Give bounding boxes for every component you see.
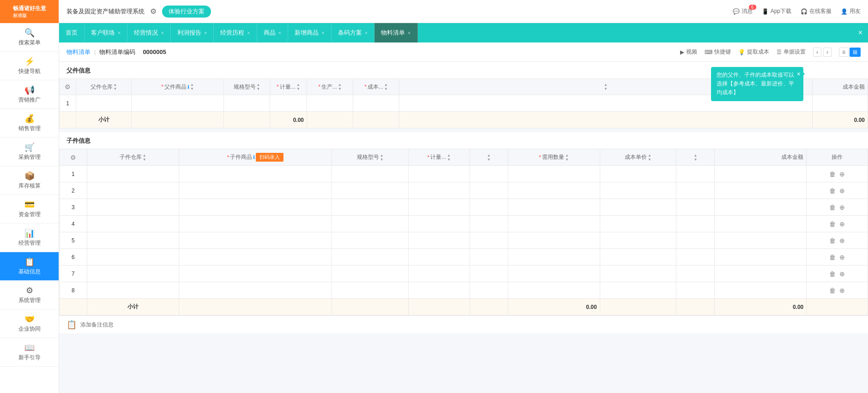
child-row8-warehouse[interactable] bbox=[87, 282, 179, 299]
app-download-item[interactable]: 📱 App下载 bbox=[762, 7, 791, 15]
th-child-qty[interactable]: *需用数量▲▼ bbox=[508, 149, 600, 166]
child-row2-qty[interactable] bbox=[508, 182, 600, 199]
tab-bom[interactable]: 物料清单 × bbox=[374, 23, 417, 42]
child-row7-spec[interactable] bbox=[332, 266, 409, 282]
th-parent-cost[interactable]: *成本...▲▼ bbox=[353, 79, 399, 95]
nav-next[interactable]: › bbox=[823, 48, 832, 57]
child-row2-warehouse[interactable] bbox=[87, 182, 179, 199]
child-row3-unit[interactable] bbox=[409, 199, 470, 216]
delete-icon-6[interactable]: 🗑 bbox=[829, 254, 836, 261]
child-row8-product[interactable] bbox=[179, 282, 332, 299]
child-row8-qty[interactable] bbox=[508, 282, 600, 299]
child-row2-spec[interactable] bbox=[332, 182, 409, 199]
tab-newgoods-close[interactable]: × bbox=[321, 30, 324, 36]
tab-profit[interactable]: 利润报告 × bbox=[171, 23, 214, 42]
th-parent-unit[interactable]: *计量...▲▼ bbox=[270, 79, 307, 95]
sidebar-item-marketing[interactable]: 📢 营销推广 bbox=[0, 80, 59, 109]
online-service-item[interactable]: 🎧 在线客服 bbox=[801, 7, 832, 15]
child-row8-unitprice[interactable] bbox=[600, 282, 676, 299]
sidebar-item-purchase[interactable]: 🛒 采购管理 bbox=[0, 138, 59, 166]
child-row5-warehouse[interactable] bbox=[87, 232, 179, 249]
child-row3-product[interactable] bbox=[179, 199, 332, 216]
child-row4-qty[interactable] bbox=[508, 216, 600, 232]
child-row3-qty[interactable] bbox=[508, 199, 600, 216]
message-item[interactable]: 💬 消息 6 bbox=[733, 7, 753, 15]
th-child-unitprice[interactable]: 成本单价▲▼ bbox=[600, 149, 676, 166]
child-row1-unitprice[interactable] bbox=[600, 166, 676, 182]
nav-prev[interactable]: ‹ bbox=[813, 48, 821, 57]
extract-cost-action[interactable]: 💡 提取成本 bbox=[738, 48, 769, 56]
view-grid[interactable]: ⊞ bbox=[850, 48, 861, 57]
th-child-sort2[interactable]: ▲▼ bbox=[676, 149, 715, 166]
sidebar-item-quicknav[interactable]: ⚡ 快捷导航 bbox=[0, 52, 59, 80]
sidebar-item-finance[interactable]: 💳 资金管理 bbox=[0, 195, 59, 224]
th-child-sort[interactable]: ▲▼ bbox=[470, 149, 508, 166]
tab-barcode-close[interactable]: × bbox=[365, 30, 368, 36]
child-row2-unitprice[interactable] bbox=[600, 182, 676, 199]
child-row4-warehouse[interactable] bbox=[87, 216, 179, 232]
child-row4-unit[interactable] bbox=[409, 216, 470, 232]
th-child-unit[interactable]: *计量...▲▼ bbox=[409, 149, 470, 166]
copy-icon-7[interactable]: ⊕ bbox=[839, 270, 845, 278]
gear-icon[interactable]: ⚙ bbox=[65, 83, 71, 91]
shortcut-action[interactable]: ⌨ 快捷键 bbox=[705, 48, 731, 56]
tab-profit-close[interactable]: × bbox=[204, 30, 207, 36]
th-child-spec[interactable]: 规格型号▲▼ bbox=[332, 149, 409, 166]
th-parent-warehouse[interactable]: 父件仓库▲▼ bbox=[76, 79, 132, 95]
sidebar-item-inventory[interactable]: 📦 库存核算 bbox=[0, 166, 59, 195]
parent-row1-spec[interactable] bbox=[224, 95, 270, 112]
child-row7-unitprice[interactable] bbox=[600, 266, 676, 282]
sidebar-item-search[interactable]: 🔍 搜索菜单 bbox=[0, 23, 59, 52]
sidebar-item-basic-info[interactable]: 📋 基础信息 bbox=[0, 252, 59, 281]
child-row3-spec[interactable] bbox=[332, 199, 409, 216]
delete-icon-8[interactable]: 🗑 bbox=[829, 287, 836, 294]
child-row2-unit[interactable] bbox=[409, 182, 470, 199]
parent-row1-product[interactable] bbox=[132, 95, 224, 112]
child-row2-product[interactable] bbox=[179, 182, 332, 199]
tab-operations[interactable]: 经营情况 × bbox=[127, 23, 170, 42]
parent-row1-cost[interactable] bbox=[353, 95, 399, 112]
delete-icon-4[interactable]: 🗑 bbox=[829, 220, 836, 228]
user-item[interactable]: 👤 用友 bbox=[841, 7, 861, 15]
sidebar-item-operations[interactable]: 📊 经营管理 bbox=[0, 224, 59, 252]
th-parent-product[interactable]: *父件商品ℹ▲▼ bbox=[132, 79, 224, 95]
child-row1-spec[interactable] bbox=[332, 166, 409, 182]
trial-button[interactable]: 体验行业方案 bbox=[162, 6, 211, 18]
child-row1-unit[interactable] bbox=[409, 166, 470, 182]
child-row1-warehouse[interactable] bbox=[87, 166, 179, 182]
sidebar-item-sales[interactable]: 💰 销售管理 bbox=[0, 109, 59, 138]
th-child-gear[interactable]: ⚙ bbox=[60, 149, 87, 166]
child-row8-unit[interactable] bbox=[409, 282, 470, 299]
delete-icon-7[interactable]: 🗑 bbox=[829, 270, 836, 278]
parent-row1-prod[interactable] bbox=[307, 95, 353, 112]
copy-icon-6[interactable]: ⊕ bbox=[839, 254, 845, 261]
child-row5-qty[interactable] bbox=[508, 232, 600, 249]
tab-barcode[interactable]: 条码方案 × bbox=[332, 23, 374, 42]
child-row3-unitprice[interactable] bbox=[600, 199, 676, 216]
delete-icon-1[interactable]: 🗑 bbox=[829, 170, 836, 178]
copy-icon-4[interactable]: ⊕ bbox=[839, 220, 845, 228]
child-gear-icon[interactable]: ⚙ bbox=[70, 154, 76, 161]
sidebar-item-newbie[interactable]: 📖 新手引导 bbox=[0, 338, 59, 367]
tab-customer-close[interactable]: × bbox=[118, 30, 121, 36]
child-row6-unitprice[interactable] bbox=[600, 249, 676, 266]
settings-icon[interactable]: ⚙ bbox=[150, 7, 157, 16]
child-row8-spec[interactable] bbox=[332, 282, 409, 299]
video-action[interactable]: ▶ 视频 bbox=[680, 48, 697, 56]
tab-goods[interactable]: 商品 × bbox=[257, 23, 288, 42]
th-child-warehouse[interactable]: 子件仓库▲▼ bbox=[87, 149, 179, 166]
child-row5-unitprice[interactable] bbox=[600, 232, 676, 249]
tab-history-close[interactable]: × bbox=[247, 30, 250, 36]
tab-home[interactable]: 首页 bbox=[59, 23, 84, 42]
child-row7-qty[interactable] bbox=[508, 266, 600, 282]
child-row6-product[interactable] bbox=[179, 249, 332, 266]
child-row4-product[interactable] bbox=[179, 216, 332, 232]
child-row7-warehouse[interactable] bbox=[87, 266, 179, 282]
child-row5-unit[interactable] bbox=[409, 232, 470, 249]
child-row5-product[interactable] bbox=[179, 232, 332, 249]
child-row4-unitprice[interactable] bbox=[600, 216, 676, 232]
th-parent-spec[interactable]: 规格型号▲▼ bbox=[224, 79, 270, 95]
child-row1-product[interactable] bbox=[179, 166, 332, 182]
tab-history[interactable]: 经营历程 × bbox=[214, 23, 257, 42]
th-child-product[interactable]: *子件商品ℹ 扫码录入 bbox=[179, 149, 332, 166]
